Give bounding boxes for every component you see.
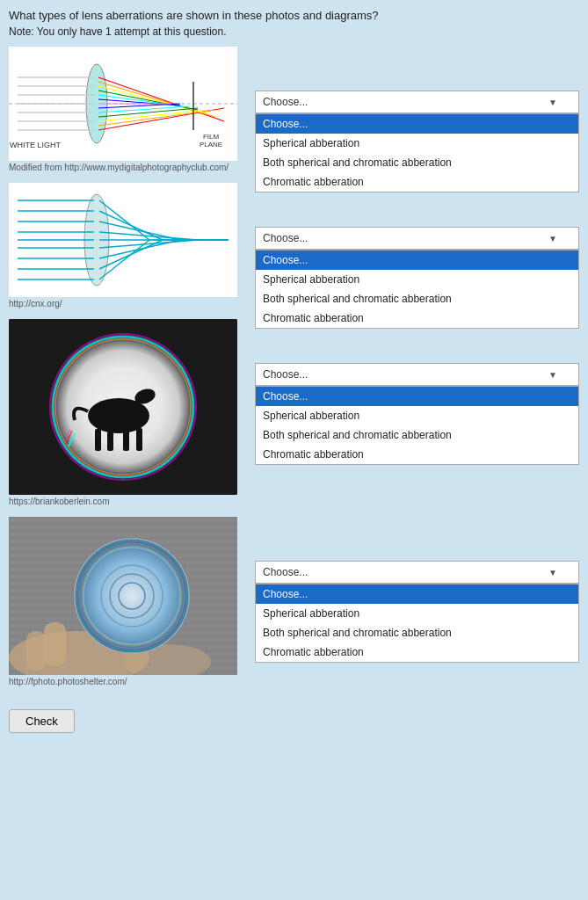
spherical-diagram-image bbox=[9, 183, 237, 297]
chromatic-diagram-image: WHITE LIGHT FILM PLANE bbox=[9, 47, 237, 161]
option-both-3[interactable]: Both spherical and chromatic abberation bbox=[256, 425, 578, 445]
svg-rect-61 bbox=[136, 428, 142, 451]
svg-text:PLANE: PLANE bbox=[200, 141, 222, 149]
source-2: http://cnx.org/ bbox=[9, 299, 246, 308]
image-col-3: https://briankoberlein.com bbox=[9, 319, 246, 512]
image-col-4: http://fphoto.photoshelter.com/ bbox=[9, 517, 246, 692]
option-spherical-3[interactable]: Spherical abberation bbox=[256, 406, 578, 425]
dropdown-arrow-3: ▼ bbox=[548, 370, 557, 380]
dropdown-4[interactable]: Choose... ▼ Choose... Spherical abberati… bbox=[255, 561, 579, 584]
dropdown-1[interactable]: Choose... ▼ Choose... Spherical abberati… bbox=[255, 91, 579, 113]
dropdown-list-1: Choose... Spherical abberation Both sphe… bbox=[255, 113, 579, 192]
question-text: What types of lens aberrations are shown… bbox=[9, 9, 579, 22]
dropdown-trigger-1[interactable]: Choose... ▼ bbox=[255, 91, 579, 113]
source-3: https://briankoberlein.com bbox=[9, 497, 246, 506]
dropdown-trigger-2[interactable]: Choose... ▼ bbox=[255, 227, 579, 250]
option-choose-3[interactable]: Choose... bbox=[256, 387, 578, 406]
source-1: Modified from http://www.mydigitalphotog… bbox=[9, 163, 246, 172]
dropdown-arrow-1: ▼ bbox=[548, 98, 557, 107]
svg-rect-59 bbox=[107, 432, 113, 451]
option-chromatic-1[interactable]: Chromatic abberation bbox=[256, 172, 578, 192]
option-chromatic-4[interactable]: Chromatic abberation bbox=[256, 642, 578, 662]
dropdown-2[interactable]: Choose... ▼ Choose... Spherical abberati… bbox=[255, 227, 579, 250]
svg-text:WHITE LIGHT: WHITE LIGHT bbox=[10, 141, 62, 149]
note-text: Note: You only have 1 attempt at this qu… bbox=[9, 25, 579, 38]
option-choose-2[interactable]: Choose... bbox=[256, 250, 578, 270]
dropdown-col-1: Choose... ▼ Choose... Spherical abberati… bbox=[255, 47, 579, 113]
dropdown-col-3: Choose... ▼ Choose... Spherical abberati… bbox=[255, 319, 579, 386]
dropdown-col-2: Choose... ▼ Choose... Spherical abberati… bbox=[255, 183, 579, 250]
svg-rect-74 bbox=[44, 622, 66, 666]
dropdown-selected-1: Choose... bbox=[263, 96, 308, 108]
qa-row-1: WHITE LIGHT FILM PLANE Modified from htt… bbox=[9, 47, 579, 178]
dropdown-trigger-4[interactable]: Choose... ▼ bbox=[255, 561, 579, 584]
dropdown-selected-3: Choose... bbox=[263, 368, 308, 381]
option-choose-4[interactable]: Choose... bbox=[256, 584, 578, 604]
option-spherical-2[interactable]: Spherical abberation bbox=[256, 270, 578, 289]
image-col-2: http://cnx.org/ bbox=[9, 183, 246, 314]
svg-rect-58 bbox=[95, 429, 101, 451]
dropdown-trigger-3[interactable]: Choose... ▼ bbox=[255, 363, 579, 386]
option-both-4[interactable]: Both spherical and chromatic abberation bbox=[256, 623, 578, 642]
svg-rect-75 bbox=[26, 631, 46, 671]
dropdown-list-3: Choose... Spherical abberation Both sphe… bbox=[255, 386, 579, 465]
source-4: http://fphoto.photoshelter.com/ bbox=[9, 677, 246, 686]
option-chromatic-3[interactable]: Chromatic abberation bbox=[256, 445, 578, 464]
qa-row-2: http://cnx.org/ Choose... ▼ Choose... Sp… bbox=[9, 183, 579, 314]
dropdown-arrow-2: ▼ bbox=[548, 234, 557, 243]
lens-hand-photo bbox=[9, 517, 237, 675]
check-button[interactable]: Check bbox=[9, 709, 75, 733]
option-both-2[interactable]: Both spherical and chromatic abberation bbox=[256, 289, 578, 308]
option-both-1[interactable]: Both spherical and chromatic abberation bbox=[256, 153, 578, 172]
dropdown-3[interactable]: Choose... ▼ Choose... Spherical abberati… bbox=[255, 363, 579, 386]
qa-row-3: https://briankoberlein.com Choose... ▼ C… bbox=[9, 319, 579, 512]
svg-text:FILM: FILM bbox=[203, 133, 220, 141]
dropdown-selected-2: Choose... bbox=[263, 232, 308, 244]
image-col-1: WHITE LIGHT FILM PLANE Modified from htt… bbox=[9, 47, 246, 178]
dropdown-selected-4: Choose... bbox=[263, 566, 308, 578]
option-spherical-1[interactable]: Spherical abberation bbox=[256, 134, 578, 153]
option-spherical-4[interactable]: Spherical abberation bbox=[256, 604, 578, 623]
horse-photo bbox=[9, 319, 237, 495]
dropdown-arrow-4: ▼ bbox=[548, 568, 557, 577]
dropdown-list-2: Choose... Spherical abberation Both sphe… bbox=[255, 250, 579, 329]
option-chromatic-2[interactable]: Chromatic abberation bbox=[256, 308, 578, 328]
option-choose-1[interactable]: Choose... bbox=[256, 114, 578, 134]
dropdown-col-4: Choose... ▼ Choose... Spherical abberati… bbox=[255, 517, 579, 584]
dropdown-list-4: Choose... Spherical abberation Both sphe… bbox=[255, 584, 579, 663]
qa-row-4: http://fphoto.photoshelter.com/ Choose..… bbox=[9, 517, 579, 692]
svg-rect-60 bbox=[123, 430, 129, 451]
